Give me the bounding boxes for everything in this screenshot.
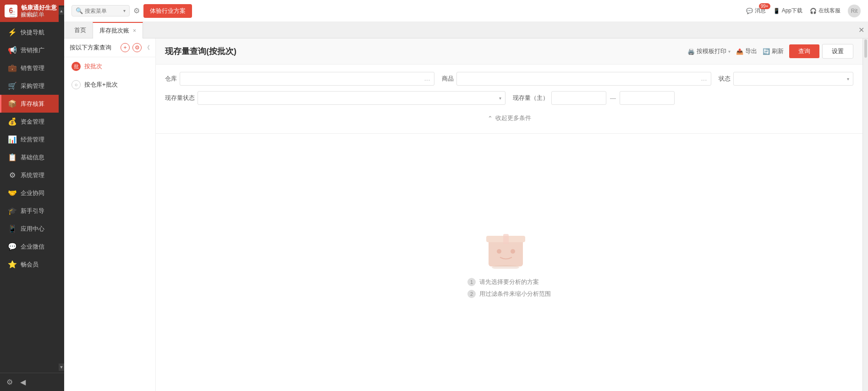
user-profile-btn[interactable]: Rit [848, 5, 861, 17]
gear-button[interactable]: ⚙ [133, 6, 140, 15]
export-label: 导出 [745, 47, 757, 55]
status-select[interactable]: ▾ [733, 72, 853, 86]
sidebar-item-newbie[interactable]: 🎓 新手引导 [0, 202, 59, 220]
tab-close-btn[interactable]: × [133, 27, 136, 34]
step-2-num: 2 [467, 290, 476, 298]
sidebar-item-finance[interactable]: 💰 资金管理 [0, 113, 59, 130]
inventory-status-label: 现存量状态 [165, 94, 195, 102]
print-dropdown-arrow[interactable]: ▾ [728, 49, 731, 54]
left-panel-title: 按以下方案查询 [70, 43, 111, 52]
sidebar-item-basics[interactable]: 📋 基础信息 [0, 148, 59, 166]
qty-dash: — [606, 95, 620, 102]
scheme-active-icon: 批 [71, 62, 81, 71]
scheme-settings-btn[interactable]: ⚙ [132, 43, 142, 52]
sidebar-item-label: 企业微信 [21, 243, 44, 251]
sidebar-item-operations[interactable]: 📊 经营管理 [0, 130, 59, 148]
tab-inventory-batch[interactable]: 库存批次账 × [93, 22, 143, 38]
tab-home[interactable]: 首页 [68, 22, 93, 38]
empty-steps: 1 请先选择要分析的方案 2 用过滤条件来缩小分析范围 [467, 278, 551, 302]
scheme-by-batch[interactable]: 批 按批次 [64, 57, 155, 76]
page-title-bar: 现存量查询(按批次) 🖨️ 按模板打印 ▾ 📤 导出 🔄 刷新 [156, 38, 863, 65]
empty-state: 1 请先选择要分析的方案 2 用过滤条件来缩小分析范围 [156, 134, 863, 391]
search-dropdown-arrow[interactable]: ▾ [123, 8, 126, 13]
sidebar-scroll-down[interactable]: ▼ [59, 364, 64, 371]
query-button[interactable]: 查询 [789, 44, 819, 58]
sidebar-item-sales[interactable]: 💼 销售管理 [0, 59, 59, 77]
message-icon: 💬 [746, 8, 753, 14]
online-service-btn[interactable]: 🎧 在线客服 [810, 7, 841, 15]
step-1-num: 1 [467, 278, 476, 286]
sidebar-item-label: 基础信息 [21, 153, 44, 162]
quick-nav-icon: ⚡ [8, 28, 17, 37]
print-icon: 🖨️ [687, 48, 695, 55]
empty-illustration [482, 223, 537, 269]
sidebar-item-label: 快捷导航 [21, 28, 44, 37]
product-dots: ... [701, 76, 707, 82]
left-panel-collapse-btn[interactable]: 《 [144, 44, 150, 52]
add-scheme-btn[interactable]: + [121, 43, 130, 52]
sidebar-item-enterprise[interactable]: 🤝 企业协同 [0, 184, 59, 202]
svg-point-3 [497, 249, 501, 254]
inventory-icon: 📦 [8, 99, 17, 108]
trial-button[interactable]: 体验行业方案 [143, 4, 192, 18]
tabbar-close-right-btn[interactable]: ✕ [858, 26, 864, 34]
product-input[interactable]: ... [456, 72, 711, 86]
message-btn[interactable]: 💬 消息 99+ [746, 7, 766, 15]
sidebar-item-label: 新手引导 [21, 207, 44, 215]
inventory-status-select[interactable]: ▾ [198, 91, 505, 105]
system-icon: ⚙ [8, 171, 17, 179]
filter-row-2: 现存量状态 ▾ 现存量（主） — [165, 91, 853, 105]
sidebar-item-label: 销售管理 [21, 64, 44, 72]
step-1-text: 请先选择要分析的方案 [479, 278, 539, 286]
scrollbar-thumb[interactable] [864, 39, 867, 58]
message-badge: 99+ [759, 3, 770, 9]
export-icon: 📤 [736, 48, 743, 55]
inventory-qty-from[interactable] [551, 91, 606, 105]
sidebar-item-quick-nav[interactable]: ⚡ 快捷导航 [0, 23, 59, 41]
finance-icon: 💰 [8, 117, 17, 126]
sidebar-item-purchase[interactable]: 🛒 采购管理 [0, 77, 59, 95]
left-panel: 按以下方案查询 + ⚙ 《 批 按批次 ○ [64, 38, 156, 391]
refresh-icon: 🔄 [763, 48, 770, 55]
sidebar-item-app-center[interactable]: 📱 应用中心 [0, 220, 59, 238]
sidebar-collapse-btn[interactable]: ◀ [20, 378, 26, 386]
topbar-left: 🔍 ▾ ⚙ 体验行业方案 [71, 4, 742, 18]
sidebar-settings-btn[interactable]: ⚙ [6, 378, 13, 386]
sidebar-item-label: 系统管理 [21, 171, 44, 179]
page-content: 按以下方案查询 + ⚙ 《 批 按批次 ○ [64, 38, 868, 391]
status-label: 状态 [719, 75, 731, 83]
sidebar-scroll-up[interactable]: ▲ [59, 7, 64, 15]
status-filter: 状态 ▾ [719, 72, 853, 86]
empty-svg [482, 223, 537, 269]
settings-button[interactable]: 设置 [822, 44, 853, 59]
sidebar-item-members[interactable]: ⭐ 畅会员 [0, 255, 59, 273]
refresh-btn[interactable]: 🔄 刷新 [763, 47, 784, 55]
right-scrollbar[interactable] [863, 38, 868, 391]
sidebar-item-corp-wechat[interactable]: 💬 企业微信 [0, 238, 59, 255]
print-btn[interactable]: 🖨️ 按模板打印 ▾ [687, 47, 731, 55]
topbar-search-box[interactable]: 🔍 ▾ [71, 5, 130, 16]
settings-icon: ⚙ [135, 44, 140, 51]
app-download-btn[interactable]: 📱 App下载 [773, 7, 802, 15]
user-display: Rit [851, 8, 858, 14]
sidebar-item-marketing[interactable]: 📢 营销推广 [0, 41, 59, 59]
corp-wechat-icon: 💬 [8, 242, 17, 251]
sidebar-item-label: 企业协同 [21, 189, 44, 197]
inventory-qty-filter: 现存量（主） — [513, 91, 853, 105]
sidebar-item-system[interactable]: ⚙ 系统管理 [0, 166, 59, 184]
scheme-inactive-icon: ○ [71, 80, 81, 89]
warehouse-filter: 仓库 ... [165, 72, 434, 86]
inventory-qty-to[interactable] [620, 91, 675, 105]
inventory-status-filter: 现存量状态 ▾ [165, 91, 505, 105]
step-2-text: 用过滤条件来缩小分析范围 [479, 290, 551, 298]
inventory-status-arrow: ▾ [499, 96, 501, 101]
warehouse-input[interactable]: ... [180, 72, 434, 86]
sidebar-item-inventory[interactable]: 📦 库存核算 [0, 95, 59, 113]
scheme-by-warehouse-batch[interactable]: ○ 按仓库+批次 [64, 76, 155, 94]
collapse-more-btn[interactable]: ⌃ 收起更多条件 [165, 110, 853, 126]
export-btn[interactable]: 📤 导出 [736, 47, 757, 55]
members-icon: ⭐ [8, 260, 17, 269]
search-input[interactable] [85, 8, 121, 14]
app-download-icon: 📱 [773, 8, 780, 14]
tab-home-label: 首页 [74, 26, 86, 34]
